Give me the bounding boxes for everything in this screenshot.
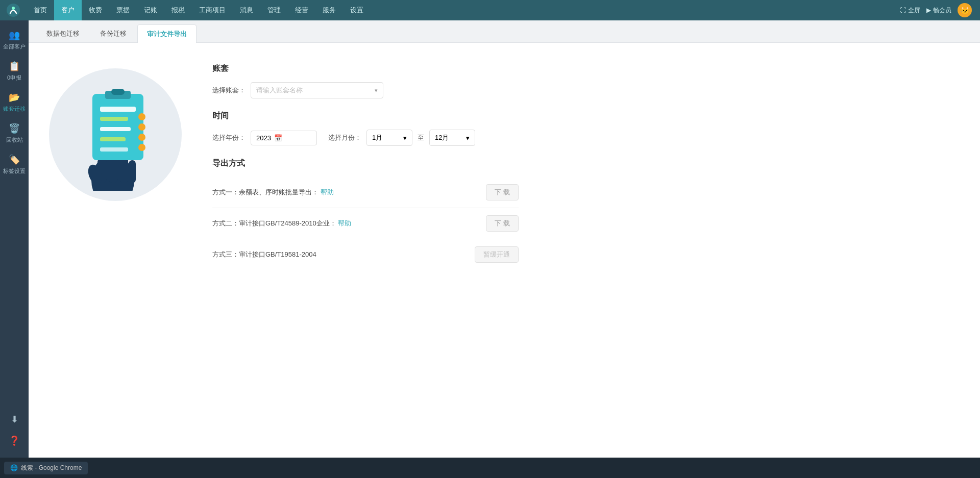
vip-icon: ▶ [926, 7, 931, 14]
illustration-area [49, 58, 182, 442]
nav-menu: 首页 客户 收费 票据 记账 报税 工商项目 消息 管理 经营 服务 设置 [27, 0, 371, 20]
export-section: 导出方式 方式一：余额表、序时账批量导出： 帮助 下 载 方式二：审计接口GB/… [212, 158, 519, 270]
time-section-title: 时间 [212, 111, 519, 121]
download-bottom-icon[interactable]: ⬇ [8, 411, 21, 428]
svg-rect-12 [100, 137, 126, 141]
tab-data-package[interactable]: 数据包迁移 [37, 24, 89, 42]
vip-button[interactable]: ▶ 畅会员 [926, 6, 951, 15]
sidebar: 👥 全部客户 📋 0申报 📂 账套迁移 🗑️ 回收站 🏷️ 标签设置 ⬇ ❓ [0, 20, 29, 458]
content-area: 数据包迁移 备份迁移 审计文件导出 [29, 20, 980, 458]
fullscreen-label: 全屏 [908, 6, 920, 15]
sidebar-label-account-migrate: 账套迁移 [3, 105, 26, 113]
year-label: 选择年份： [212, 133, 246, 142]
main-layout: 👥 全部客户 📋 0申报 📂 账套迁移 🗑️ 回收站 🏷️ 标签设置 ⬇ ❓ 数… [0, 20, 980, 458]
tag-settings-icon: 🏷️ [9, 154, 20, 165]
nav-service[interactable]: 服务 [315, 0, 343, 20]
svg-point-16 [138, 134, 145, 141]
account-select[interactable]: 请输入账套名称 ▾ [251, 82, 383, 98]
account-section-title: 账套 [212, 63, 519, 74]
svg-point-15 [138, 123, 145, 131]
tab-audit-export[interactable]: 审计文件导出 [137, 24, 197, 43]
svg-rect-19 [111, 89, 125, 95]
recycle-icon: 🗑️ [9, 123, 20, 134]
month-end-value: 12月 [435, 133, 449, 142]
export-method-1: 方式一：余额表、序时账批量导出： 帮助 下 载 [212, 177, 519, 208]
nav-home[interactable]: 首页 [27, 0, 54, 20]
month-label: 选择月份： [328, 133, 361, 142]
account-placeholder: 请输入账套名称 [256, 86, 303, 95]
app-logo [4, 1, 22, 19]
svg-rect-6 [129, 160, 136, 183]
account-migrate-icon: 📂 [9, 92, 20, 103]
export-method-2-label: 方式二：审计接口GB/T24589-2010企业： 帮助 [212, 219, 351, 228]
nav-accounting[interactable]: 记账 [137, 0, 164, 20]
time-row: 选择年份： 2023 📅 选择月份： 1月 ▾ 至 12月 ▾ [212, 130, 519, 146]
year-value: 2023 [256, 134, 271, 142]
svg-point-17 [138, 144, 145, 151]
month-end-select[interactable]: 12月 ▾ [429, 130, 475, 146]
svg-rect-10 [100, 117, 128, 121]
taskbar-chrome-label: 线索 - Google Chrome [21, 464, 82, 472]
export-section-title: 导出方式 [212, 158, 519, 169]
tab-backup-migrate[interactable]: 备份迁移 [90, 24, 136, 42]
taskbar-chrome-item[interactable]: 🌐 线索 - Google Chrome [4, 462, 88, 474]
illustration-svg [64, 79, 166, 191]
sidebar-label-zero-declare: 0申报 [7, 74, 21, 82]
svg-rect-11 [100, 127, 131, 131]
export-method-2: 方式二：审计接口GB/T24589-2010企业： 帮助 下 载 [212, 208, 519, 239]
svg-point-1 [12, 7, 15, 10]
export-method-3-coming-soon-button[interactable]: 暂缓开通 [475, 246, 519, 263]
nav-tax[interactable]: 报税 [164, 0, 192, 20]
nav-customer[interactable]: 客户 [54, 0, 82, 20]
sidebar-item-zero-declare[interactable]: 📋 0申报 [0, 56, 29, 87]
form-area: 账套 选择账套： 请输入账套名称 ▾ 时间 选择年份： 2023 📅 [212, 58, 519, 442]
nav-message[interactable]: 消息 [233, 0, 260, 20]
sidebar-item-account-migrate[interactable]: 📂 账套迁移 [0, 87, 29, 118]
chevron-month-start-icon: ▾ [403, 134, 407, 142]
sidebar-bottom: ⬇ ❓ [6, 411, 23, 458]
nav-fee[interactable]: 收费 [82, 0, 109, 20]
all-customers-icon: 👥 [9, 30, 20, 41]
fullscreen-button[interactable]: ⛶ 全屏 [900, 6, 920, 15]
svg-point-14 [138, 113, 145, 120]
nav-business[interactable]: 工商项目 [192, 0, 233, 20]
sidebar-item-tag-settings[interactable]: 🏷️ 标签设置 [0, 149, 29, 180]
nav-manage[interactable]: 管理 [260, 0, 288, 20]
taskbar: 🌐 线索 - Google Chrome [0, 458, 980, 478]
year-input[interactable]: 2023 📅 [251, 131, 317, 145]
account-label: 选择账套： [212, 86, 246, 95]
account-row: 选择账套： 请输入账套名称 ▾ [212, 82, 519, 98]
illustration-circle [49, 68, 182, 201]
export-method-2-help[interactable]: 帮助 [338, 219, 351, 227]
export-method-1-help[interactable]: 帮助 [321, 188, 334, 196]
month-start-value: 1月 [372, 133, 382, 142]
export-method-1-label: 方式一：余额表、序时账批量导出： 帮助 [212, 188, 334, 197]
top-navigation: 首页 客户 收费 票据 记账 报税 工商项目 消息 管理 经营 服务 设置 ⛶ … [0, 0, 980, 20]
zero-declare-icon: 📋 [9, 61, 20, 72]
svg-rect-13 [100, 147, 128, 152]
export-method-3-label: 方式三：审计接口GB/T19581-2004 [212, 250, 316, 259]
tabs-bar: 数据包迁移 备份迁移 审计文件导出 [29, 20, 980, 43]
month-start-select[interactable]: 1月 ▾ [366, 130, 412, 146]
nav-operation[interactable]: 经营 [288, 0, 315, 20]
sidebar-item-all-customers[interactable]: 👥 全部客户 [0, 24, 29, 56]
help-bottom-icon[interactable]: ❓ [6, 432, 23, 449]
export-method-3: 方式三：审计接口GB/T19581-2004 暂缓开通 [212, 239, 519, 270]
fullscreen-icon: ⛶ [900, 7, 906, 14]
calendar-icon: 📅 [274, 134, 282, 142]
chrome-icon: 🌐 [10, 464, 18, 471]
nav-settings[interactable]: 设置 [343, 0, 371, 20]
export-method-1-download-button[interactable]: 下 载 [486, 184, 519, 200]
avatar[interactable]: 🐱 [958, 3, 972, 17]
export-method-2-download-button[interactable]: 下 载 [486, 215, 519, 232]
nav-invoice[interactable]: 票据 [109, 0, 137, 20]
chevron-down-icon: ▾ [375, 87, 378, 94]
vip-label: 畅会员 [933, 6, 951, 15]
time-separator: 至 [418, 133, 424, 142]
sidebar-label-tag-settings: 标签设置 [3, 167, 26, 175]
svg-rect-9 [100, 107, 136, 112]
sidebar-item-recycle[interactable]: 🗑️ 回收站 [0, 118, 29, 149]
sidebar-label-recycle: 回收站 [6, 136, 23, 144]
sidebar-label-all-customers: 全部客户 [3, 43, 26, 51]
chevron-month-end-icon: ▾ [466, 134, 470, 142]
